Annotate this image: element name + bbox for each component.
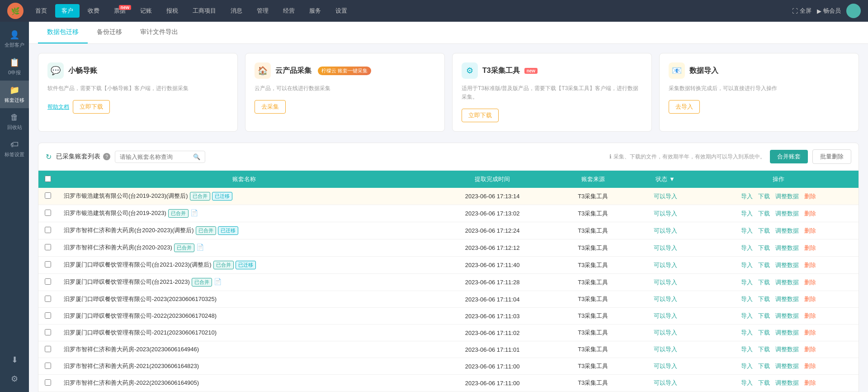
action-删除[interactable]: 删除 [804, 345, 816, 354]
action-导入[interactable]: 导入 [741, 278, 753, 287]
action-调整数据[interactable]: 调整数据 [775, 329, 799, 337]
nav-item-manage[interactable]: 管理 [250, 4, 275, 18]
sidebar-item-download[interactable]: ⬇ [11, 350, 18, 369]
search-box[interactable]: 🔍 [115, 151, 205, 163]
action-导入[interactable]: 导入 [741, 244, 753, 252]
row-checkbox[interactable] [45, 278, 51, 285]
fullscreen-button[interactable]: ⛶ 全屏 [792, 7, 811, 15]
row-checkbox[interactable] [45, 296, 51, 302]
action-删除[interactable]: 删除 [804, 295, 816, 303]
action-下载[interactable]: 下载 [758, 244, 770, 252]
action-下载[interactable]: 下载 [758, 278, 770, 287]
action-调整数据[interactable]: 调整数据 [775, 312, 799, 320]
nav-item-operation[interactable]: 经营 [277, 4, 301, 18]
action-删除[interactable]: 删除 [804, 210, 816, 218]
action-删除[interactable]: 删除 [804, 362, 816, 370]
row-checkbox[interactable] [45, 192, 51, 199]
search-input[interactable] [120, 153, 190, 160]
action-调整数据[interactable]: 调整数据 [775, 345, 799, 354]
action-调整数据[interactable]: 调整数据 [775, 261, 799, 269]
help-doc-link[interactable]: 帮助文档 [47, 103, 69, 111]
action-下载[interactable]: 下载 [758, 379, 770, 387]
sidebar-item-zero-declaration[interactable]: 📋 0申报 [0, 53, 29, 81]
action-删除[interactable]: 删除 [804, 261, 816, 269]
go-collect-button[interactable]: 去采集 [255, 100, 286, 114]
nav-item-home[interactable]: 首页 [29, 4, 53, 18]
row-checkbox[interactable] [45, 379, 51, 386]
action-导入[interactable]: 导入 [741, 227, 753, 235]
row-name: 汩罗厦门口哔叹餐饮管理有限公司(台2021-2023)(调整后)已合并已迁移 [57, 257, 431, 274]
select-all-checkbox[interactable] [45, 176, 51, 182]
action-调整数据[interactable]: 调整数据 [775, 295, 799, 303]
tab-backup-migration[interactable]: 备份迁移 [88, 22, 131, 43]
action-下载[interactable]: 下载 [758, 312, 770, 320]
row-checkbox[interactable] [45, 261, 51, 268]
nav-item-message[interactable]: 消息 [224, 4, 249, 18]
action-下载[interactable]: 下载 [758, 345, 770, 354]
action-导入[interactable]: 导入 [741, 362, 753, 370]
refresh-icon[interactable]: ↻ [46, 153, 52, 161]
action-下载[interactable]: 下载 [758, 192, 770, 201]
sidebar-item-config[interactable]: ⚙ [11, 369, 18, 388]
action-调整数据[interactable]: 调整数据 [775, 192, 799, 201]
vip-button[interactable]: ▶ 畅会员 [817, 7, 841, 15]
search-icon[interactable]: 🔍 [193, 153, 200, 160]
nav-item-invoice[interactable]: 票据new [108, 4, 132, 18]
merge-button[interactable]: 合并账套 [770, 150, 808, 163]
action-调整数据[interactable]: 调整数据 [775, 362, 799, 370]
row-checkbox[interactable] [45, 363, 51, 369]
nav-item-settings[interactable]: 设置 [329, 4, 354, 18]
nav-item-fee[interactable]: 收费 [81, 4, 106, 18]
tab-data-migration[interactable]: 数据包迁移 [38, 22, 88, 43]
action-下载[interactable]: 下载 [758, 261, 770, 269]
action-调整数据[interactable]: 调整数据 [775, 379, 799, 387]
action-导入[interactable]: 导入 [741, 295, 753, 303]
action-导入[interactable]: 导入 [741, 261, 753, 269]
nav-item-business[interactable]: 工商项目 [186, 4, 222, 18]
action-下载[interactable]: 下载 [758, 329, 770, 337]
batch-delete-button[interactable]: 批量删除 [812, 149, 851, 164]
row-checkbox[interactable] [45, 329, 51, 335]
action-下载[interactable]: 下载 [758, 362, 770, 370]
action-下载[interactable]: 下载 [758, 210, 770, 218]
action-调整数据[interactable]: 调整数据 [775, 227, 799, 235]
row-checkbox[interactable] [45, 210, 51, 216]
action-调整数据[interactable]: 调整数据 [775, 278, 799, 287]
action-下载[interactable]: 下载 [758, 295, 770, 303]
nav-item-tax[interactable]: 报税 [160, 4, 184, 18]
go-import-button[interactable]: 去导入 [669, 100, 700, 114]
sidebar-item-recycle[interactable]: 🗑 回收站 [0, 108, 29, 135]
action-导入[interactable]: 导入 [741, 192, 753, 201]
sidebar-item-tag-settings[interactable]: 🏷 标签设置 [0, 135, 29, 163]
action-导入[interactable]: 导入 [741, 379, 753, 387]
user-avatar[interactable] [846, 4, 861, 18]
download-now-button[interactable]: 立即下载 [73, 100, 110, 114]
action-删除[interactable]: 删除 [804, 379, 816, 387]
help-icon[interactable]: ? [103, 153, 110, 160]
action-删除[interactable]: 删除 [804, 192, 816, 201]
action-导入[interactable]: 导入 [741, 312, 753, 320]
row-checkbox[interactable] [45, 244, 51, 250]
action-删除[interactable]: 删除 [804, 227, 816, 235]
header-status[interactable]: 状态 ▼ [632, 171, 698, 188]
row-checkbox[interactable] [45, 346, 51, 352]
row-checkbox[interactable] [45, 312, 51, 319]
action-删除[interactable]: 删除 [804, 244, 816, 252]
nav-item-bookkeeping[interactable]: 记账 [134, 4, 158, 18]
tab-audit-export[interactable]: 审计文件导出 [131, 22, 187, 43]
action-删除[interactable]: 删除 [804, 329, 816, 337]
nav-item-customer[interactable]: 客户 [55, 4, 80, 18]
action-导入[interactable]: 导入 [741, 329, 753, 337]
sidebar-item-account-migration[interactable]: 📁 账套迁移 [0, 81, 29, 108]
action-调整数据[interactable]: 调整数据 [775, 210, 799, 218]
action-删除[interactable]: 删除 [804, 312, 816, 320]
action-导入[interactable]: 导入 [741, 345, 753, 354]
action-导入[interactable]: 导入 [741, 210, 753, 218]
sidebar-item-all-customers[interactable]: 👤 全部客户 [0, 25, 29, 53]
action-删除[interactable]: 删除 [804, 278, 816, 287]
action-下载[interactable]: 下载 [758, 227, 770, 235]
row-checkbox[interactable] [45, 227, 51, 233]
nav-item-service[interactable]: 服务 [303, 4, 327, 18]
action-调整数据[interactable]: 调整数据 [775, 244, 799, 252]
t3-download-button[interactable]: 立即下载 [462, 109, 499, 122]
